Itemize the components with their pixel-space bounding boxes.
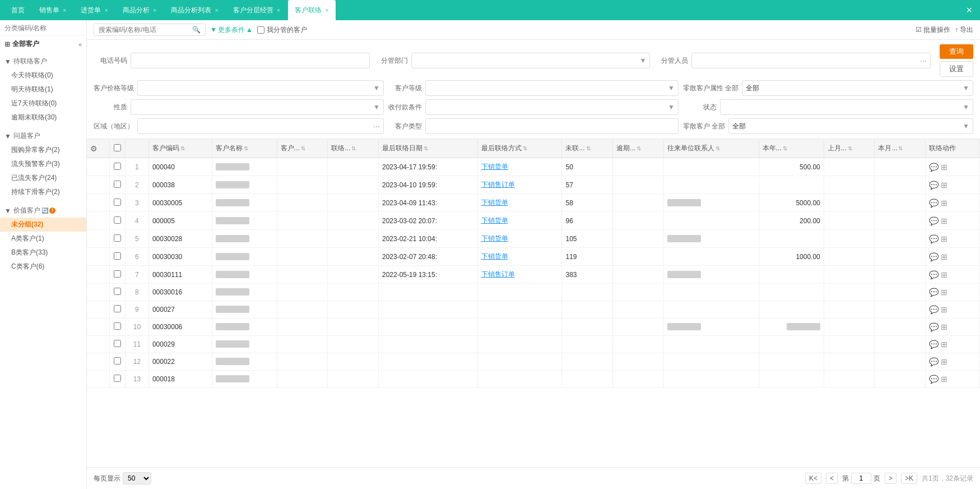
- last-contact-method-cell[interactable]: [477, 319, 562, 336]
- sidebar-item-declining[interactable]: 持续下滑客户(2): [0, 185, 86, 199]
- sidebar-item-class-b[interactable]: B类客户(33): [0, 246, 86, 260]
- export-btn[interactable]: ↑ 导出: [955, 25, 973, 35]
- sidebar-item-churned[interactable]: 已流失客户(24): [0, 171, 86, 185]
- customer-level-select[interactable]: ▼: [425, 80, 679, 96]
- close-customer-segment-tab[interactable]: ×: [277, 7, 280, 13]
- nature-select[interactable]: ▼: [131, 99, 384, 115]
- nav-item-home[interactable]: 首页: [4, 0, 31, 20]
- row-checkbox-cell[interactable]: [110, 371, 126, 388]
- contact-action-icon[interactable]: 💬: [929, 199, 939, 207]
- price-level-select[interactable]: ▼: [137, 80, 384, 96]
- row-checkbox[interactable]: [114, 216, 121, 224]
- dept-select[interactable]: ▼: [411, 53, 651, 68]
- more-action-icon[interactable]: ⊞: [941, 305, 948, 314]
- row-checkbox-cell[interactable]: [110, 336, 126, 353]
- retail-attr-select[interactable]: 全部 ▼: [742, 80, 973, 96]
- page-input[interactable]: [851, 473, 871, 484]
- this-month-col-header[interactable]: 本月...⇅: [875, 139, 926, 158]
- uncontacted-col-header[interactable]: 未联...⇅: [562, 139, 613, 158]
- more-action-icon[interactable]: ⊞: [941, 322, 948, 331]
- next-page-btn[interactable]: >: [885, 473, 897, 484]
- row-checkbox[interactable]: [114, 288, 121, 295]
- close-product-analysis-list-tab[interactable]: ×: [215, 7, 218, 13]
- row-checkbox[interactable]: [114, 375, 121, 382]
- row-checkbox-cell[interactable]: [110, 230, 126, 248]
- contact-action-icon[interactable]: 💬: [929, 357, 939, 366]
- contact-action-icon[interactable]: 💬: [929, 234, 939, 243]
- last-contact-method-cell[interactable]: 下销货单: [477, 248, 562, 266]
- more-action-icon[interactable]: ⊞: [941, 252, 948, 261]
- status-select[interactable]: ▼: [720, 99, 973, 115]
- contact-action-icon[interactable]: 💬: [929, 252, 939, 261]
- more-action-icon[interactable]: ⊞: [941, 181, 948, 190]
- row-checkbox-cell[interactable]: [110, 194, 126, 212]
- retail-customer-select[interactable]: 全部 ▼: [728, 118, 973, 134]
- my-customers-checkbox[interactable]: [257, 26, 264, 34]
- sidebar-item-tomorrow-pending[interactable]: 明天待联络(1): [0, 82, 86, 96]
- region-dots[interactable]: ···: [373, 122, 380, 131]
- row-checkbox-cell[interactable]: [110, 353, 126, 371]
- sidebar-item-class-c[interactable]: C类客户(6): [0, 260, 86, 274]
- last-contact-method-cell[interactable]: [477, 284, 562, 301]
- checkbox-col-header[interactable]: [110, 139, 126, 158]
- payment-select[interactable]: ▼: [425, 99, 679, 115]
- nav-item-sales[interactable]: 销售单 ×: [32, 0, 73, 20]
- customer-type-select[interactable]: [425, 118, 679, 134]
- contact-action-icon[interactable]: 💬: [929, 305, 939, 314]
- last-contact-method-cell[interactable]: 下销货单: [477, 230, 562, 248]
- more-action-icon[interactable]: ⊞: [941, 163, 948, 172]
- last-page-btn[interactable]: >K: [901, 473, 917, 484]
- customer-name-col-header[interactable]: 客户名称⇅: [212, 139, 277, 158]
- first-page-btn[interactable]: K<: [805, 473, 821, 484]
- select-all-checkbox[interactable]: [114, 144, 121, 151]
- row-checkbox-cell[interactable]: [110, 158, 126, 176]
- value-refresh-icon[interactable]: 🔄: [41, 207, 48, 214]
- close-sales-tab[interactable]: ×: [63, 7, 66, 13]
- row-checkbox[interactable]: [114, 234, 121, 242]
- batch-op-btn[interactable]: ☑ 批量操作: [916, 25, 950, 35]
- table-settings-icon[interactable]: ⚙: [90, 144, 97, 153]
- last-contact-method-cell[interactable]: [477, 353, 562, 371]
- row-checkbox-cell[interactable]: [110, 266, 126, 284]
- more-action-icon[interactable]: ⊞: [941, 216, 948, 225]
- more-action-icon[interactable]: ⊞: [941, 234, 948, 243]
- row-checkbox-cell[interactable]: [110, 301, 126, 319]
- row-checkbox[interactable]: [114, 270, 121, 278]
- reset-btn[interactable]: 设置: [940, 61, 973, 77]
- row-checkbox[interactable]: [114, 305, 121, 312]
- row-checkbox-cell[interactable]: [110, 284, 126, 301]
- contact-action-icon[interactable]: 💬: [929, 270, 939, 279]
- top-close-btn[interactable]: ×: [963, 4, 976, 16]
- row-checkbox-cell[interactable]: [110, 248, 126, 266]
- overdue-col-header[interactable]: 逾期...⇅: [613, 139, 664, 158]
- row-checkbox[interactable]: [114, 199, 121, 206]
- nav-item-customer-contact[interactable]: 客户联络 ×: [288, 0, 335, 20]
- more-conditions-btn[interactable]: ▼ 更多条件 ▲: [210, 25, 253, 35]
- all-customers-header[interactable]: ⊞ 全部客户 «: [0, 36, 86, 52]
- sidebar-search-input[interactable]: [4, 24, 87, 32]
- nav-item-product-analysis[interactable]: 商品分析 ×: [116, 0, 163, 20]
- contact-action-icon[interactable]: 💬: [929, 340, 939, 349]
- last-contact-method-cell[interactable]: 下销货单: [477, 212, 562, 230]
- contact-action-icon[interactable]: 💬: [929, 375, 939, 384]
- manager-select[interactable]: ···: [691, 53, 931, 68]
- sidebar-item-overdue-pending[interactable]: 逾期未联络(30): [0, 110, 86, 124]
- more-action-icon[interactable]: ⊞: [941, 199, 948, 207]
- my-customers-filter[interactable]: 我分管的客户: [257, 25, 307, 35]
- more-action-icon[interactable]: ⊞: [941, 340, 948, 349]
- last-contact-method-cell[interactable]: 下销货单: [477, 158, 562, 176]
- collapse-sidebar-btn[interactable]: «: [78, 41, 82, 48]
- sidebar-item-7days-pending[interactable]: 近7天待联络(0): [0, 96, 86, 110]
- last-contact-method-cell[interactable]: [477, 336, 562, 353]
- last-contact-method-cell[interactable]: 下销货单: [477, 194, 562, 212]
- last-contact-method-col-header[interactable]: 最后联络方式⇅: [477, 139, 562, 158]
- main-search-icon[interactable]: 🔍: [192, 26, 201, 34]
- last-month-col-header[interactable]: 上月...⇅: [824, 139, 875, 158]
- contact-col-header[interactable]: 联络...⇅: [328, 139, 379, 158]
- row-checkbox[interactable]: [114, 181, 121, 188]
- row-checkbox-cell[interactable]: [110, 176, 126, 194]
- value-group-title[interactable]: ▼ 价值客户 🔄 !: [0, 204, 86, 218]
- nav-item-product-analysis-list[interactable]: 商品分析列表 ×: [164, 0, 225, 20]
- phone-input[interactable]: [131, 53, 370, 68]
- contact-action-icon[interactable]: 💬: [929, 181, 939, 190]
